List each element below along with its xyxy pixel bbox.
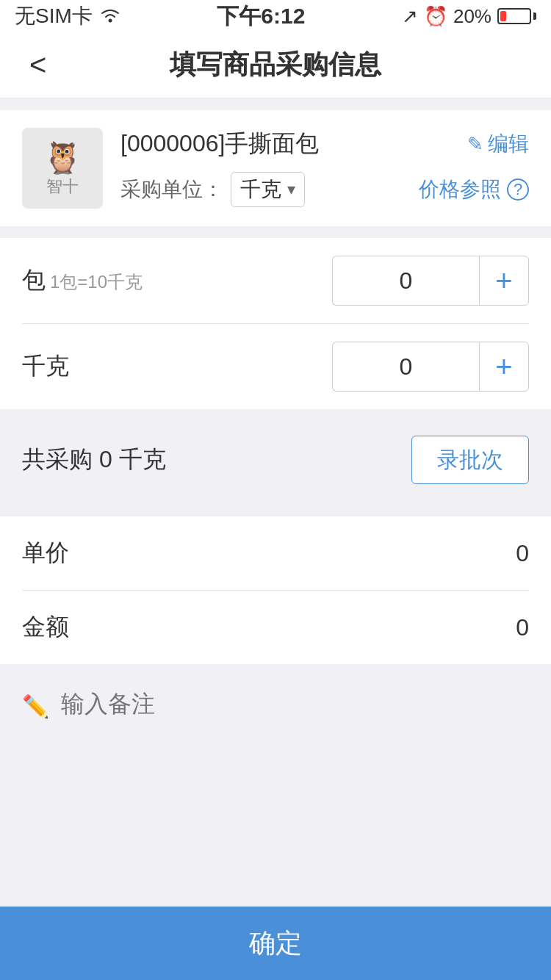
edit-icon: ✎ — [467, 133, 483, 156]
unit-label: 采购单位： — [120, 176, 223, 203]
kg-plus-button[interactable]: + — [479, 342, 529, 392]
product-card: 🦉 智十 [0000006]手撕面包 ✎ 编辑 采购单位： 千克 ▾ 价格参照 … — [0, 110, 551, 232]
section-divider-2 — [0, 409, 551, 415]
product-brand-text: 智十 — [46, 176, 79, 198]
edit-button[interactable]: ✎ 编辑 — [467, 130, 529, 158]
edit-label: 编辑 — [488, 130, 529, 158]
status-carrier: 无SIM卡 — [15, 2, 120, 30]
kg-label: 千克 — [22, 350, 110, 383]
unit-price-label: 单价 — [22, 537, 69, 569]
amount-row: 金额 0 — [0, 591, 551, 664]
section-divider-3 — [0, 505, 551, 511]
product-info: [0000006]手撕面包 ✎ 编辑 采购单位： 千克 ▾ 价格参照 ? — [120, 128, 529, 207]
wifi-icon — [100, 4, 120, 28]
alarm-icon: ⏰ — [424, 5, 447, 28]
summary-section: 共采购 0 千克 录批次 — [0, 415, 551, 505]
summary-label: 共采购 0 千克 — [22, 444, 166, 476]
page-title: 填写商品采购信息 — [170, 47, 381, 83]
kg-input-row: 千克 + — [0, 324, 551, 409]
back-button[interactable]: < — [22, 41, 54, 89]
bao-quantity-input[interactable] — [332, 256, 479, 306]
batch-button[interactable]: 录批次 — [411, 436, 529, 484]
battery-pct: 20% — [453, 5, 491, 28]
bao-label: 包1包=10千克 — [22, 264, 143, 297]
carrier-text: 无SIM卡 — [15, 2, 93, 30]
price-ref-button[interactable]: 价格参照 ? — [419, 176, 529, 203]
pencil-icon: ✏️ — [22, 693, 49, 719]
bao-input-wrap: + — [332, 256, 529, 306]
price-ref-label: 价格参照 — [419, 176, 501, 203]
kg-quantity-input[interactable] — [332, 342, 479, 392]
price-section: 单价 0 金额 0 — [0, 516, 551, 664]
status-bar: 无SIM卡 下午6:12 ↗ ⏰ 20% — [0, 0, 551, 32]
product-image: 🦉 智十 — [22, 128, 103, 209]
nav-bar: < 填写商品采购信息 — [0, 32, 551, 98]
unit-price-row: 单价 0 — [0, 516, 551, 590]
status-time: 下午6:12 — [217, 1, 305, 32]
section-divider-1 — [0, 232, 551, 238]
kg-input-wrap: + — [332, 342, 529, 392]
confirm-button[interactable]: 确定 — [0, 907, 551, 980]
product-name: [0000006]手撕面包 — [120, 128, 319, 160]
quantity-section: 包1包=10千克 + 千克 + — [0, 238, 551, 409]
unit-value: 千克 — [240, 176, 281, 203]
unit-price-value: 0 — [516, 540, 529, 567]
note-input[interactable] — [61, 691, 529, 718]
status-right: ↗ ⏰ 20% — [402, 5, 536, 28]
amount-value: 0 — [516, 614, 529, 641]
unit-select[interactable]: 千克 ▾ — [231, 172, 305, 207]
bao-sub-label: 1包=10千克 — [50, 272, 143, 292]
bao-plus-button[interactable]: + — [479, 256, 529, 306]
bao-input-row: 包1包=10千克 + — [0, 238, 551, 323]
location-icon: ↗ — [402, 5, 418, 28]
battery-indicator — [497, 8, 536, 24]
chevron-down-icon: ▾ — [287, 180, 295, 199]
product-owl-icon: 🦉 — [43, 140, 82, 176]
svg-point-0 — [108, 19, 112, 23]
amount-label: 金额 — [22, 611, 69, 644]
help-icon: ? — [507, 179, 529, 201]
